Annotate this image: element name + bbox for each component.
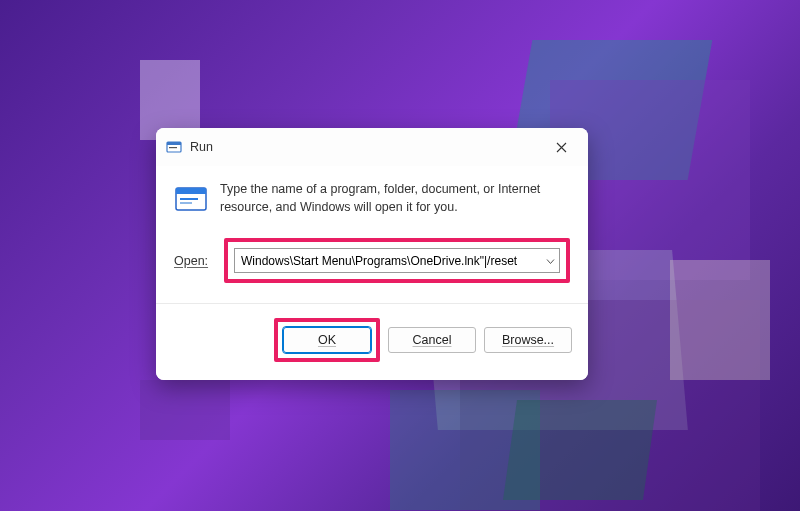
ok-button[interactable]: OK: [283, 327, 371, 353]
close-button[interactable]: [538, 131, 584, 163]
run-icon: [174, 182, 208, 216]
dialog-title: Run: [190, 140, 538, 154]
dialog-body: Type the name of a program, folder, docu…: [156, 166, 588, 303]
close-icon: [556, 142, 567, 153]
run-title-icon: [166, 139, 182, 155]
titlebar[interactable]: Run: [156, 128, 588, 166]
browse-button[interactable]: Browse...: [484, 327, 572, 353]
annotation-highlight-ok: OK: [274, 318, 380, 362]
annotation-highlight-input: [224, 238, 570, 283]
run-dialog: Run Type the name of a program, folder, …: [156, 128, 588, 380]
button-bar: OK Cancel Browse...: [156, 303, 588, 380]
cancel-button[interactable]: Cancel: [388, 327, 476, 353]
svg-rect-2: [169, 147, 177, 148]
command-input[interactable]: [235, 249, 559, 272]
svg-rect-4: [176, 188, 206, 194]
open-label: Open:: [174, 254, 214, 268]
dialog-description: Type the name of a program, folder, docu…: [220, 180, 570, 216]
svg-rect-6: [180, 202, 192, 204]
open-combobox[interactable]: [234, 248, 560, 273]
svg-rect-1: [167, 142, 181, 145]
svg-rect-5: [180, 198, 198, 200]
